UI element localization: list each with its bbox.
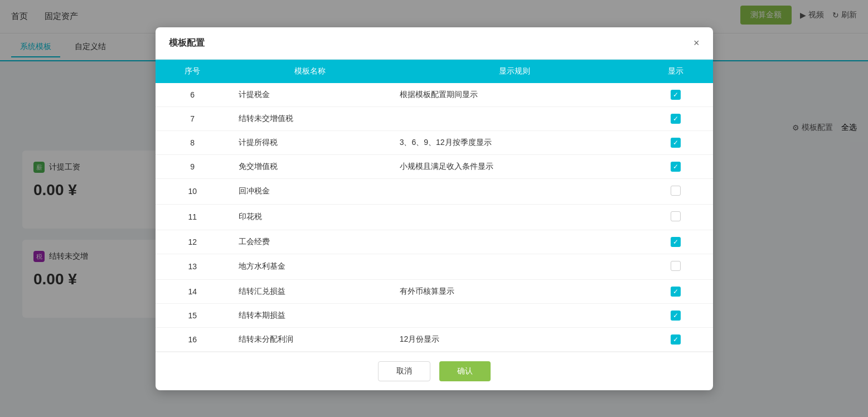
cell-name: 回冲税金 [230, 178, 391, 204]
col-header-name: 模板名称 [230, 60, 391, 83]
cell-checkbox[interactable]: ✓ [638, 327, 712, 351]
table-body: 6计提税金根据模板配置期间显示✓7结转未交增值税✓8计提所得税3、6、9、12月… [156, 83, 713, 352]
checkbox-checked[interactable]: ✓ [671, 311, 681, 321]
cell-name: 工会经费 [230, 230, 391, 254]
cell-checkbox[interactable] [638, 178, 712, 204]
cell-id: 14 [156, 279, 230, 303]
config-table: 序号 模板名称 显示规则 显示 6计提税金根据模板配置期间显示✓7结转未交增值税… [156, 60, 713, 352]
cell-checkbox[interactable]: ✓ [638, 303, 712, 327]
confirm-button[interactable]: 确认 [439, 361, 491, 381]
cell-id: 16 [156, 327, 230, 351]
modal-close-button[interactable]: × [694, 38, 700, 48]
cell-rule: 根据模板配置期间显示 [391, 83, 638, 107]
cell-rule [391, 254, 638, 279]
cancel-button[interactable]: 取消 [378, 361, 430, 381]
cell-checkbox[interactable]: ✓ [638, 83, 712, 107]
cell-checkbox[interactable]: ✓ [638, 106, 712, 130]
cell-rule: 有外币核算显示 [391, 279, 638, 303]
checkbox-checked[interactable]: ✓ [671, 114, 681, 124]
checkbox-checked[interactable]: ✓ [671, 90, 681, 100]
cell-checkbox[interactable]: ✓ [638, 154, 712, 178]
cell-id: 8 [156, 130, 230, 154]
cell-name: 结转未交增值税 [230, 106, 391, 130]
checkbox-checked[interactable]: ✓ [671, 237, 681, 247]
modal-body[interactable]: 序号 模板名称 显示规则 显示 6计提税金根据模板配置期间显示✓7结转未交增值税… [156, 60, 713, 352]
cell-rule: 12月份显示 [391, 327, 638, 351]
table-row: 13地方水利基金 [156, 254, 713, 279]
cell-rule [391, 303, 638, 327]
cell-rule: 小规模且满足收入条件显示 [391, 154, 638, 178]
cell-checkbox[interactable]: ✓ [638, 130, 712, 154]
table-row: 15结转本期损益✓ [156, 303, 713, 327]
col-header-rule: 显示规则 [391, 60, 638, 83]
cell-id: 10 [156, 178, 230, 204]
checkbox-checked[interactable]: ✓ [671, 162, 681, 172]
cell-id: 6 [156, 83, 230, 107]
checkbox-checked[interactable]: ✓ [671, 334, 681, 345]
table-header: 序号 模板名称 显示规则 显示 [156, 60, 713, 83]
col-header-display: 显示 [638, 60, 712, 83]
cell-rule [391, 230, 638, 254]
table-row: 11印花税 [156, 204, 713, 230]
modal-footer: 取消 确认 [156, 352, 713, 390]
cell-checkbox[interactable]: ✓ [638, 230, 712, 254]
checkbox-unchecked[interactable] [671, 261, 681, 271]
col-header-id: 序号 [156, 60, 230, 83]
table-row: 8计提所得税3、6、9、12月按季度显示✓ [156, 130, 713, 154]
cell-name: 印花税 [230, 204, 391, 230]
cell-id: 11 [156, 204, 230, 230]
table-row: 14结转汇兑损益有外币核算显示✓ [156, 279, 713, 303]
cell-id: 15 [156, 303, 230, 327]
table-row: 9免交增值税小规模且满足收入条件显示✓ [156, 154, 713, 178]
checkbox-checked[interactable]: ✓ [671, 287, 681, 297]
checkbox-checked[interactable]: ✓ [671, 138, 681, 148]
cell-checkbox[interactable] [638, 204, 712, 230]
cell-id: 13 [156, 254, 230, 279]
table-row: 10回冲税金 [156, 178, 713, 204]
cell-name: 地方水利基金 [230, 254, 391, 279]
template-config-modal: 模板配置 × 序号 模板名称 显示规则 显示 6计提税金根据模板配置期间显示✓7… [156, 27, 713, 390]
cell-rule [391, 178, 638, 204]
cell-id: 12 [156, 230, 230, 254]
cell-rule [391, 106, 638, 130]
cell-name: 免交增值税 [230, 154, 391, 178]
cell-name: 结转汇兑损益 [230, 279, 391, 303]
checkbox-unchecked[interactable] [671, 211, 681, 221]
checkbox-unchecked[interactable] [671, 186, 681, 196]
modal-title: 模板配置 [169, 37, 205, 49]
cell-checkbox[interactable]: ✓ [638, 279, 712, 303]
cell-name: 计提所得税 [230, 130, 391, 154]
table-row: 6计提税金根据模板配置期间显示✓ [156, 83, 713, 107]
table-row: 16结转未分配利润12月份显示✓ [156, 327, 713, 351]
cell-name: 结转未分配利润 [230, 327, 391, 351]
table-row: 7结转未交增值税✓ [156, 106, 713, 130]
cell-name: 结转本期损益 [230, 303, 391, 327]
cell-rule: 3、6、9、12月按季度显示 [391, 130, 638, 154]
cell-name: 计提税金 [230, 83, 391, 107]
cell-id: 7 [156, 106, 230, 130]
table-row: 12工会经费✓ [156, 230, 713, 254]
cell-rule [391, 204, 638, 230]
modal-header: 模板配置 × [156, 27, 713, 60]
modal-overlay: 模板配置 × 序号 模板名称 显示规则 显示 6计提税金根据模板配置期间显示✓7… [0, 0, 868, 417]
cell-checkbox[interactable] [638, 254, 712, 279]
cell-id: 9 [156, 154, 230, 178]
